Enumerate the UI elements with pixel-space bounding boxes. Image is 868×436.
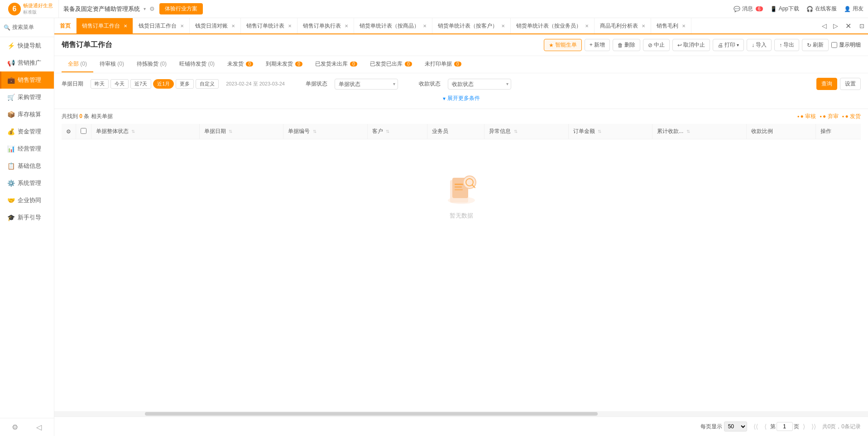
sub-tab-shipped-not-out[interactable]: 已发货未出库 0 [309,57,364,72]
user-btn[interactable]: 👤 用友 [844,5,863,13]
show-detail-checkbox[interactable] [831,42,837,48]
sort-abnormal-icon[interactable]: ⇅ [514,129,518,134]
tab-order-exec[interactable]: 销售订单执行表 ✕ [297,18,354,34]
app-download-btn[interactable]: 📱 App下载 [770,5,799,13]
sidebar-item-purchase[interactable]: 🛒 采购管理 [0,89,54,106]
tab-product-margin[interactable]: 商品毛利分析表 ✕ [595,18,651,34]
tab-sales-margin-close-icon[interactable]: ✕ [682,24,686,28]
settings-filter-btn[interactable]: 设置 [840,78,861,90]
tab-scroll-left-btn[interactable]: ◁ [819,20,830,31]
sub-tab-shipped-out[interactable]: 已发货已出库 0 [364,57,418,72]
page-prev-btn[interactable]: ⟨ [762,422,769,431]
sidebar-item-management[interactable]: 📊 经营管理 [0,140,54,157]
sort-date-icon[interactable]: ⇅ [229,129,232,134]
batch-ship-btn[interactable]: ● 发货 [842,113,861,120]
tab-cash-clear-close-icon[interactable]: ✕ [180,24,184,28]
sidebar-item-finance[interactable]: 💰 资金管理 [0,123,54,140]
sort-status-icon[interactable]: ⇅ [131,129,135,134]
print-btn[interactable]: 🖨 打印 ▾ [713,39,744,51]
export-btn[interactable]: ↑ 导出 [774,39,799,51]
horizontal-scrollbar[interactable] [54,411,868,417]
date-7days-btn[interactable]: 近7天 [130,79,151,89]
date-today-btn[interactable]: 今天 [110,79,129,89]
scrollbar-thumb[interactable] [145,412,598,416]
delete-btn[interactable]: 🗑 删除 [613,39,640,51]
add-btn[interactable]: + 新增 [585,39,610,51]
tab-cash-reconcile[interactable]: 钱货日清对账 ✕ [190,18,241,34]
sidebar-item-guide[interactable]: 🎓 新手引导 [0,209,54,226]
sub-tab-pending-review[interactable]: 待审核 (0) [93,57,130,72]
cancel-stop-btn[interactable]: ↩ 取消中止 [672,39,710,51]
query-btn[interactable]: 查询 [816,78,837,90]
sort-number-icon[interactable]: ⇅ [313,129,317,134]
tab-sales-order-close-icon[interactable]: ✕ [124,24,127,28]
sidebar-item-marketing[interactable]: 📢 营销推广 [0,54,54,71]
sidebar-item-quick-nav-label: 快捷导航 [18,42,41,50]
tab-sales-stats-product[interactable]: 销货单统计表（按商品） ✕ [354,18,432,34]
expand-conditions-btn[interactable]: ▾ 展开更多条件 [439,93,484,104]
industry-btn[interactable]: 体验行业方案 [159,3,203,14]
sub-tab-pending-pick[interactable]: 待拣验货 (0) [130,57,173,72]
table-settings-th[interactable]: ⚙ [62,124,76,139]
sidebar-item-basic-info[interactable]: 📋 基础信息 [0,157,54,175]
sidebar-item-quick-nav[interactable]: ⚡ 快捷导航 [0,37,54,54]
page-size-select[interactable]: 10 20 50 100 [724,422,747,431]
sort-collected-icon[interactable]: ⇅ [686,129,690,134]
sidebar-settings-btn[interactable]: ⚙ [5,423,25,431]
date-yesterday-btn[interactable]: 昨天 [91,79,109,89]
page-end-label: 页 [794,423,799,431]
tab-sales-margin[interactable]: 销售毛利 ✕ [651,18,691,34]
sidebar-item-system[interactable]: ⚙️ 系统管理 [0,175,54,192]
sort-amount-icon[interactable]: ⇅ [598,129,601,134]
tab-product-margin-close-icon[interactable]: ✕ [642,24,645,28]
sidebar-collapse-btn[interactable]: ◁ [29,423,50,431]
page-input[interactable] [777,422,793,431]
tab-close-all-btn[interactable]: ✕ [842,20,855,32]
tab-sales-stats-customer[interactable]: 销货单统计表（按客户） ✕ [432,18,511,34]
sort-customer-icon[interactable]: ⇅ [386,129,389,134]
tab-order-exec-close-icon[interactable]: ✕ [345,24,348,28]
tab-scroll-right-btn[interactable]: ▷ [830,20,841,31]
show-detail-checkbox-area[interactable]: 显示明细 [831,41,861,49]
sub-tab-all[interactable]: 全部 (0) [62,57,93,72]
smart-generate-btn[interactable]: ★ 智能生单 [544,39,582,51]
tab-cash-reconcile-close-icon[interactable]: ✕ [231,24,235,28]
date-custom-btn[interactable]: 自定义 [196,79,219,89]
tab-order-stats-close-icon[interactable]: ✕ [288,24,292,28]
tab-sales-stats-staff-close-icon[interactable]: ✕ [585,24,589,28]
tab-home[interactable]: 首页 [54,18,77,34]
tab-cash-clear-label: 钱货日清工作台 [139,22,177,30]
sub-tab-not-shipped[interactable]: 未发货 0 [221,57,259,72]
tab-cash-clear[interactable]: 钱货日清工作台 ✕ [133,18,190,34]
refresh-btn[interactable]: ↻ 刷新 [802,39,829,51]
tab-order-stats[interactable]: 销售订单统计表 ✕ [241,18,297,34]
tab-sales-stats-product-close-icon[interactable]: ✕ [423,24,427,28]
sub-tab-not-printed[interactable]: 未打印单据 0 [418,57,468,72]
batch-cancel-review-btn[interactable]: ● 弃审 [820,113,838,120]
page-next-btn[interactable]: ⟩ [800,422,808,431]
gear-icon[interactable]: ⚙ [149,5,155,12]
tab-sales-stats-staff[interactable]: 销货单统计表（按业务员） ✕ [511,18,595,34]
sidebar-item-cooperation[interactable]: 🤝 企业协同 [0,192,54,209]
select-all-checkbox[interactable] [81,128,86,134]
payment-select[interactable]: 收款状态 [448,79,511,90]
search-menu-btn[interactable]: 🔍 搜索菜单 [4,22,50,33]
sidebar-item-sales[interactable]: 💼 销售管理 [0,71,54,89]
table-checkbox-th[interactable] [76,124,91,139]
online-service-btn[interactable]: 🎧 在线客服 [806,5,837,13]
date-1month-btn[interactable]: 近1月 [153,79,174,89]
message-btn[interactable]: 💬 消息 6 [734,5,763,13]
status-select[interactable]: 单据状态 [335,79,398,90]
batch-review-btn[interactable]: ● 审核 [797,113,816,120]
date-more-btn[interactable]: 更多 [176,79,194,89]
import-btn[interactable]: ↓ 导入 [747,39,772,51]
tab-sales-stats-customer-close-icon[interactable]: ✕ [501,24,505,28]
page-last-btn[interactable]: ⟩⟩ [809,422,819,431]
sub-tab-wangpu-ship[interactable]: 旺铺待发货 (0) [173,57,221,72]
sidebar-item-inventory[interactable]: 📦 库存核算 [0,106,54,123]
tab-sales-order[interactable]: 销售订单工作台 ✕ [77,18,133,34]
tab-maximize-btn[interactable]: ⊡ [856,21,868,31]
stop-btn[interactable]: ⊘ 中止 [643,39,670,51]
page-first-btn[interactable]: ⟨⟨ [751,422,761,431]
sub-tab-overdue-ship[interactable]: 到期未发货 0 [259,57,309,72]
